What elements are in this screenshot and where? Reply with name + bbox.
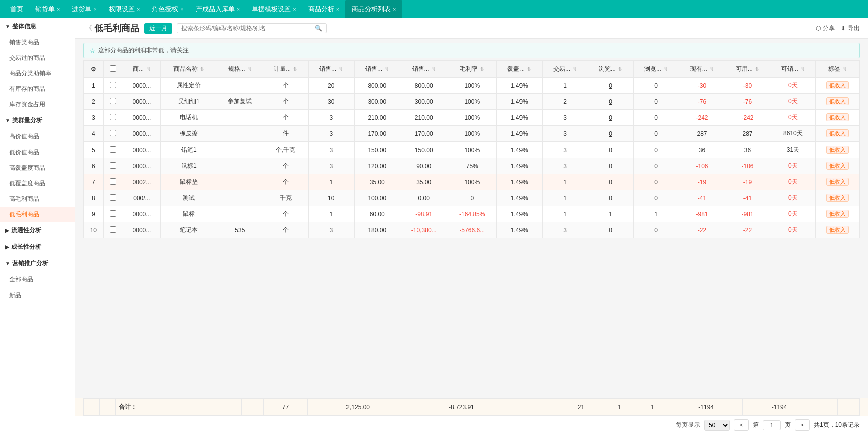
row-select-checkbox[interactable]	[110, 146, 116, 153]
row-checkbox[interactable]	[103, 126, 123, 142]
row-checkbox[interactable]	[103, 142, 123, 158]
export-button[interactable]: ⬇ 导出	[841, 24, 860, 33]
select-all-checkbox[interactable]	[110, 65, 116, 72]
col-tag[interactable]: 标签 ⇅	[816, 61, 860, 78]
views1-link[interactable]: 0	[609, 114, 612, 121]
nav-product-analysis[interactable]: 商品分析 ×	[302, 0, 345, 18]
col-coverage[interactable]: 覆盖... ⇅	[496, 61, 542, 78]
row-select-checkbox[interactable]	[110, 210, 116, 217]
row-views1[interactable]: 0	[588, 110, 633, 126]
nav-product-entry[interactable]: 产成品入库单 ×	[190, 0, 246, 18]
row-checkbox[interactable]	[103, 110, 123, 126]
search-icon[interactable]: 🔍	[315, 25, 322, 32]
nav-template[interactable]: 单据模板设置 ×	[246, 0, 302, 18]
sidebar-item-all-goods[interactable]: 全部商品	[0, 272, 75, 287]
sidebar-item-new-goods[interactable]: 新品	[0, 287, 75, 303]
row-views1[interactable]: 0	[588, 222, 633, 238]
row-select-checkbox[interactable]	[110, 194, 116, 201]
sidebar-section-overview[interactable]: ▼ 整体信息	[0, 18, 75, 35]
col-spec[interactable]: 规格... ⇅	[217, 61, 263, 78]
close-icon[interactable]: ×	[93, 6, 96, 12]
row-checkbox[interactable]	[103, 190, 123, 206]
row-checkbox[interactable]	[103, 174, 123, 190]
col-views1[interactable]: 浏览... ⇅	[588, 61, 633, 78]
nav-analysis-list[interactable]: 商品分析列表 ×	[345, 0, 402, 18]
sidebar-section-cluster[interactable]: ▼ 类群量分析	[0, 112, 75, 129]
col-settings[interactable]: ⚙	[84, 61, 104, 78]
row-checkbox[interactable]	[103, 158, 123, 174]
row-select-checkbox[interactable]	[110, 178, 116, 185]
col-current-stock[interactable]: 现有... ⇅	[679, 61, 725, 78]
sidebar-item-high-value[interactable]: 高价值商品	[0, 129, 75, 144]
sidebar-item-high-margin[interactable]: 高毛利商品	[0, 191, 75, 207]
col-code[interactable]: 商... ⇅	[123, 61, 160, 78]
views1-link[interactable]: 0	[609, 98, 612, 105]
close-icon[interactable]: ×	[393, 6, 396, 12]
row-views1[interactable]: 1	[588, 206, 633, 222]
close-icon[interactable]: ×	[237, 6, 240, 12]
row-checkbox[interactable]	[103, 94, 123, 110]
nav-sales[interactable]: 销货单 ×	[29, 0, 66, 18]
close-icon[interactable]: ×	[57, 6, 60, 12]
col-sales-price[interactable]: 销售... ⇅	[354, 61, 400, 78]
nav-purchase[interactable]: 进货单 ×	[66, 0, 102, 18]
col-sales-profit[interactable]: 销售... ⇅	[400, 61, 448, 78]
col-views2[interactable]: 浏览... ⇅	[633, 61, 679, 78]
views1-link[interactable]: 0	[609, 195, 612, 202]
row-select-checkbox[interactable]	[110, 114, 116, 120]
filter-btn[interactable]: 近一月	[144, 23, 172, 34]
nav-roles[interactable]: 角色授权 ×	[146, 0, 189, 18]
row-views1[interactable]: 0	[588, 126, 633, 142]
sidebar-item-low-value[interactable]: 低价值商品	[0, 144, 75, 160]
nav-permissions[interactable]: 权限设置 ×	[103, 0, 146, 18]
close-icon[interactable]: ×	[180, 6, 183, 12]
col-available[interactable]: 可用... ⇅	[725, 61, 770, 78]
row-views1[interactable]: 0	[588, 190, 633, 206]
page-input[interactable]	[763, 420, 781, 430]
sidebar-section-growth[interactable]: ▶ 成长性分析	[0, 239, 75, 255]
row-views1[interactable]: 0	[588, 158, 633, 174]
views1-link[interactable]: 0	[609, 130, 612, 137]
sidebar-item-category-rate[interactable]: 商品分类助销率	[0, 66, 75, 81]
views1-link[interactable]: 0	[609, 82, 612, 89]
close-icon[interactable]: ×	[293, 6, 296, 12]
sidebar-item-capital[interactable]: 库存资金占用	[0, 97, 75, 112]
row-select-checkbox[interactable]	[110, 130, 116, 136]
col-saleable-days[interactable]: 可销... ⇅	[770, 61, 816, 78]
next-page-button[interactable]: ＞	[795, 419, 810, 431]
views1-link[interactable]: 1	[609, 211, 612, 218]
prev-page-button[interactable]: ＜	[734, 419, 749, 431]
close-icon[interactable]: ×	[336, 6, 339, 12]
sidebar-item-stock-goods[interactable]: 有库存的商品	[0, 81, 75, 97]
row-checkbox[interactable]	[103, 222, 123, 238]
views1-link[interactable]: 0	[609, 147, 612, 154]
sidebar-item-low-coverage[interactable]: 低覆盖度商品	[0, 176, 75, 191]
sidebar-item-traded-goods[interactable]: 交易过的商品	[0, 50, 75, 66]
close-icon[interactable]: ×	[137, 6, 140, 12]
sidebar-item-sales-goods[interactable]: 销售类商品	[0, 35, 75, 50]
row-select-checkbox[interactable]	[110, 162, 116, 169]
col-unit[interactable]: 计量... ⇅	[263, 61, 308, 78]
share-button[interactable]: ⬡ 分享	[816, 24, 835, 33]
sidebar-section-circulation[interactable]: ▶ 流通性分析	[0, 222, 75, 239]
col-checkbox[interactable]	[103, 61, 123, 78]
row-views1[interactable]: 0	[588, 94, 633, 110]
sidebar-item-low-margin[interactable]: 低毛利商品	[0, 207, 75, 222]
col-name[interactable]: 商品名称 ⇅	[160, 61, 217, 78]
row-views1[interactable]: 0	[588, 78, 633, 94]
col-trade[interactable]: 交易... ⇅	[542, 61, 588, 78]
views1-link[interactable]: 0	[609, 179, 612, 186]
col-gross-margin[interactable]: 毛利率 ⇅	[448, 61, 496, 78]
row-checkbox[interactable]	[103, 78, 123, 94]
row-checkbox[interactable]	[103, 206, 123, 222]
row-select-checkbox[interactable]	[110, 82, 116, 88]
sidebar-item-high-coverage[interactable]: 高覆盖度商品	[0, 160, 75, 176]
nav-home[interactable]: 首页	[4, 0, 29, 18]
per-page-select[interactable]: 50 20 100	[704, 420, 730, 431]
row-views1[interactable]: 0	[588, 142, 633, 158]
row-select-checkbox[interactable]	[110, 226, 116, 233]
col-sales-qty[interactable]: 销售... ⇅	[308, 61, 354, 78]
views1-link[interactable]: 0	[609, 227, 612, 234]
sidebar-section-marketing[interactable]: ▼ 营销推广分析	[0, 255, 75, 272]
row-views1[interactable]: 0	[588, 174, 633, 190]
